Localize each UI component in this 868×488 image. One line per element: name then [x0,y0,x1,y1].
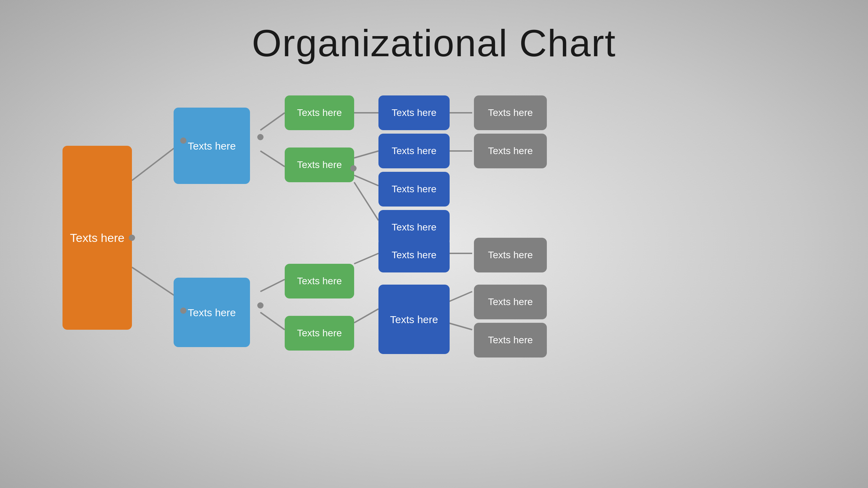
svg-line-2 [260,113,285,130]
svg-line-10 [354,253,378,264]
connector-dot-3 [180,308,186,314]
node-branch1: Texts here [174,108,250,184]
chart-area: Texts here Texts here Texts here Texts h… [56,80,812,467]
node-b2-green1: Texts here [285,264,354,298]
node-b2g2-gray1: Texts here [474,285,547,319]
node-b1g2-blue2: Texts here [378,172,450,207]
svg-line-5 [260,312,285,330]
node-b2-blue1: Texts here [378,238,450,272]
svg-line-7 [354,151,378,158]
connector-dot-5 [257,302,264,309]
connector-dot-1 [129,235,135,241]
page-title: Organizational Chart [0,0,868,65]
node-root: Texts here [62,146,132,330]
node-b1g2-blue1: Texts here [378,134,450,168]
svg-line-8 [354,175,378,186]
node-b2g2-gray2: Texts here [474,323,547,357]
node-b2g2-blue1: Texts here [378,285,450,354]
svg-line-3 [260,151,285,167]
svg-line-15 [448,292,472,302]
node-b1g1-gray1: Texts here [474,95,547,130]
svg-line-11 [354,309,378,323]
connector-dot-6 [350,165,357,171]
svg-line-16 [448,323,472,330]
node-b1g1-blue1: Texts here [378,95,450,130]
node-b2-green2: Texts here [285,316,354,351]
node-b1g2-gray1: Texts here [474,134,547,168]
node-b2-gray1: Texts here [474,238,547,272]
svg-line-4 [260,279,285,292]
connector-dot-2 [180,137,186,144]
node-b1-green2: Texts here [285,148,354,182]
connector-dot-4 [257,134,264,140]
node-b1-green1: Texts here [285,95,354,130]
svg-line-9 [354,182,378,220]
